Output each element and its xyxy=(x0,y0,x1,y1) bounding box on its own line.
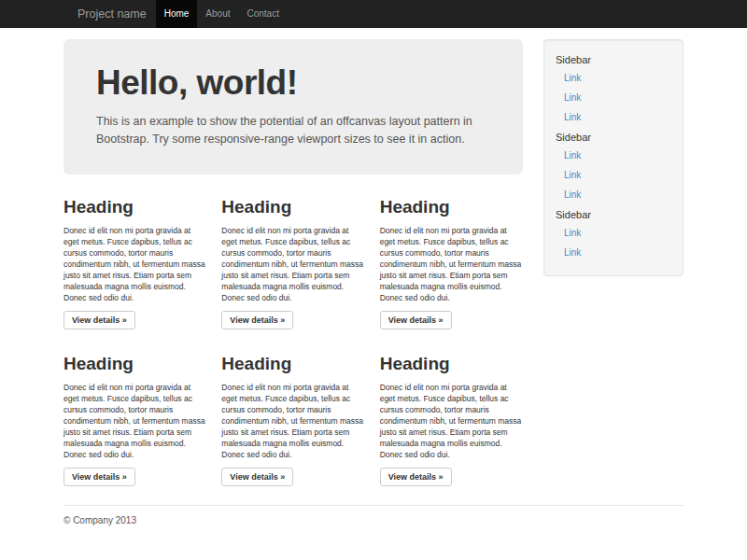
card-heading: Heading xyxy=(380,197,523,217)
navbar-inner: Project name Home About Contact xyxy=(63,0,684,28)
sidebar-link[interactable]: Link xyxy=(556,185,671,204)
sidebar-group-title: Sidebar xyxy=(556,131,671,145)
nav-item-contact[interactable]: Contact xyxy=(238,0,287,28)
card-body-text: Donec id elit non mi porta gravida at eg… xyxy=(63,225,206,303)
sidebar-link[interactable]: Link xyxy=(556,243,671,262)
sidebar-group-3: Sidebar Link Link xyxy=(556,208,671,262)
view-details-button[interactable]: View details » xyxy=(63,468,135,486)
card-heading: Heading xyxy=(221,354,364,374)
card-body-text: Donec id elit non mi porta gravida at eg… xyxy=(221,382,364,460)
view-details-button[interactable]: View details » xyxy=(380,311,452,329)
card-body-text: Donec id elit non mi porta gravida at eg… xyxy=(380,225,523,303)
jumbotron-text: This is an example to show the potential… xyxy=(96,113,497,148)
sidebar-link[interactable]: Link xyxy=(556,165,671,185)
nav-link-contact[interactable]: Contact xyxy=(238,0,287,28)
sidebar: Sidebar Link Link Link Sidebar Link Link… xyxy=(543,39,684,276)
view-details-button[interactable]: View details » xyxy=(380,468,452,486)
card-body-text: Donec id elit non mi porta gravida at eg… xyxy=(221,225,364,303)
cards-grid: Heading Donec id elit non mi porta gravi… xyxy=(63,175,523,488)
navbar-brand[interactable]: Project name xyxy=(63,0,156,28)
feature-card-4: Heading Donec id elit non mi porta gravi… xyxy=(63,331,206,488)
copyright-text: © Company 2013 xyxy=(63,515,684,525)
sidebar-group-title: Sidebar xyxy=(556,208,671,222)
sidebar-link[interactable]: Link xyxy=(556,146,671,165)
card-heading: Heading xyxy=(63,197,206,217)
feature-card-5: Heading Donec id elit non mi porta gravi… xyxy=(221,331,364,488)
nav-item-about[interactable]: About xyxy=(197,0,238,28)
sidebar-link[interactable]: Link xyxy=(556,88,671,107)
sidebar-group-1: Sidebar Link Link Link xyxy=(556,53,671,127)
card-body-text: Donec id elit non mi porta gravida at eg… xyxy=(63,382,206,460)
card-heading: Heading xyxy=(221,197,364,217)
nav-link-about[interactable]: About xyxy=(197,0,238,28)
feature-card-3: Heading Donec id elit non mi porta gravi… xyxy=(380,175,523,331)
navbar-menu: Home About Contact xyxy=(156,0,288,28)
footer: © Company 2013 xyxy=(63,505,684,525)
main-content: Hello, world! This is an example to show… xyxy=(63,39,523,488)
card-heading: Heading xyxy=(63,354,206,374)
sidebar-link[interactable]: Link xyxy=(556,68,671,88)
footer-divider xyxy=(63,505,684,506)
sidebar-link[interactable]: Link xyxy=(556,223,671,243)
feature-card-6: Heading Donec id elit non mi porta gravi… xyxy=(380,331,523,488)
jumbotron-title: Hello, world! xyxy=(96,63,497,104)
nav-link-home[interactable]: Home xyxy=(156,0,198,28)
view-details-button[interactable]: View details » xyxy=(63,311,135,329)
feature-card-2: Heading Donec id elit non mi porta gravi… xyxy=(221,175,364,331)
navbar: Project name Home About Contact xyxy=(0,0,747,28)
view-details-button[interactable]: View details » xyxy=(221,311,293,329)
sidebar-group-2: Sidebar Link Link Link xyxy=(556,131,671,204)
jumbotron: Hello, world! This is an example to show… xyxy=(63,39,523,175)
sidebar-link[interactable]: Link xyxy=(556,107,671,127)
page-container: Hello, world! This is an example to show… xyxy=(63,28,684,525)
card-heading: Heading xyxy=(380,354,523,374)
content-row: Hello, world! This is an example to show… xyxy=(63,39,684,488)
feature-card-1: Heading Donec id elit non mi porta gravi… xyxy=(63,175,206,331)
card-body-text: Donec id elit non mi porta gravida at eg… xyxy=(380,382,523,460)
nav-item-home[interactable]: Home xyxy=(156,0,198,28)
sidebar-group-title: Sidebar xyxy=(556,53,671,67)
view-details-button[interactable]: View details » xyxy=(221,468,293,486)
